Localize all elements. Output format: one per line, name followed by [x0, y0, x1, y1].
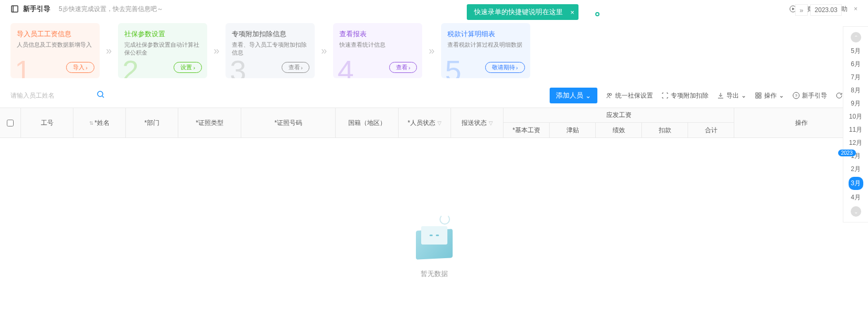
step-social: 社保参数设置 完成社保参数设置自动计算社保公积金 2 设置›	[118, 23, 207, 78]
step-title: 导入员工工资信息	[17, 29, 93, 39]
sidebar-year-label[interactable]: 2023.03	[810, 4, 842, 16]
step-title: 社保参数设置	[124, 29, 201, 39]
col-report[interactable]: 报送状态▽	[451, 108, 503, 137]
month-item[interactable]: 8月	[849, 84, 863, 97]
chevron-right-icon: »	[104, 45, 114, 57]
chevron-down-icon: ⌄	[779, 92, 784, 99]
table-header: 工号 ⇅*姓名 *部门 *证照类型 *证照号码 国籍（地区） *人员状态▽ 报送…	[0, 108, 868, 137]
svg-rect-12	[756, 96, 758, 98]
month-item[interactable]: 12月	[849, 136, 863, 150]
sort-icon: ⇅	[89, 120, 93, 126]
col-id[interactable]: 工号	[21, 108, 73, 137]
month-item[interactable]: 6月	[849, 58, 863, 71]
col-idno[interactable]: *证照号码	[241, 108, 336, 137]
close-icon[interactable]: ×	[570, 8, 574, 16]
svg-point-9	[609, 93, 612, 95]
social-settings-link[interactable]: 统一社保设置	[606, 91, 653, 100]
close-icon[interactable]: ×	[854, 5, 858, 13]
step-title: 专项附加扣除信息	[232, 29, 308, 39]
filter-icon[interactable]: ▽	[437, 120, 442, 126]
col-status[interactable]: *人员状态▽	[399, 108, 451, 137]
step-report: 查看报表 快速查看统计信息 4 查看›	[333, 23, 422, 78]
select-all-cell	[0, 108, 21, 137]
step-deduction: 专项附加扣除信息 查看、导入员工专项附加扣除信息 3 查看›	[226, 23, 315, 78]
empty-icon	[408, 217, 460, 264]
special-deduction-link[interactable]: 专项附加扣除	[661, 91, 709, 100]
step-number: 4	[337, 54, 353, 78]
month-item[interactable]: 5月	[849, 45, 863, 58]
banner-dot-icon	[595, 12, 599, 16]
select-all-checkbox[interactable]	[7, 120, 14, 126]
svg-line-7	[102, 96, 104, 98]
export-link[interactable]: 导出 ⌄	[717, 91, 746, 100]
empty-text: 暂无数据	[421, 269, 448, 279]
month-item[interactable]: 10月	[849, 110, 863, 123]
guide-link[interactable]: ? 新手引导	[792, 91, 827, 100]
chevron-down-icon: ⌄	[741, 92, 746, 99]
view-button[interactable]: 查看›	[282, 62, 310, 73]
month-item[interactable]: 9月	[849, 97, 863, 110]
view-button[interactable]: 查看›	[389, 62, 417, 73]
operate-link[interactable]: 操作 ⌄	[755, 91, 784, 100]
col-base[interactable]: *基本工资	[503, 123, 550, 137]
svg-point-8	[607, 93, 609, 95]
col-total[interactable]: 合计	[688, 123, 734, 137]
import-button[interactable]: 导入›	[66, 62, 94, 73]
step-number: 3	[230, 54, 246, 78]
month-item[interactable]: 4月	[849, 191, 863, 204]
col-name[interactable]: ⇅*姓名	[73, 108, 126, 137]
col-salary-group: 应发工资 *基本工资 津贴 绩效 扣款 合计	[503, 108, 734, 137]
chevron-right-icon: ›	[409, 65, 411, 71]
scan-icon	[661, 92, 669, 99]
svg-rect-13	[759, 96, 761, 98]
col-deduct[interactable]: 扣款	[642, 123, 688, 137]
toolbar: 添加人员 ⌄ 统一社保设置 专项附加扣除 导出 ⌄ 操作 ⌄ ? 新手引导 刷新	[0, 83, 868, 108]
col-nation[interactable]: 国籍（地区）	[336, 108, 399, 137]
col-idtype[interactable]: *证照类型	[178, 108, 241, 137]
chevron-right-icon: ›	[193, 65, 195, 71]
settings-button[interactable]: 设置›	[174, 62, 202, 73]
col-perf[interactable]: 绩效	[596, 123, 642, 137]
svg-text:?: ?	[795, 93, 798, 98]
svg-rect-10	[756, 93, 758, 95]
chevron-right-icon: »	[319, 45, 329, 57]
step-import: 导入员工工资信息 人员信息及工资数据新增导入 1 导入›	[10, 23, 100, 78]
header-left: 新手引导 5步快速完成设置，快去完善信息吧～	[10, 4, 163, 14]
guide-steps: 导入员工工资信息 人员信息及工资数据新增导入 1 导入› » 社保参数设置 完成…	[0, 18, 868, 83]
search-box	[10, 90, 105, 102]
scroll-down-button[interactable]: ⌄	[851, 206, 861, 217]
add-person-button[interactable]: 添加人员 ⌄	[550, 88, 597, 103]
step-desc: 快速查看统计信息	[339, 41, 416, 49]
step-number: 5	[445, 54, 462, 78]
col-dept[interactable]: *部门	[126, 108, 178, 137]
month-item[interactable]: 2月	[849, 163, 863, 176]
step-number: 1	[15, 54, 31, 78]
empty-state: 暂无数据	[0, 138, 868, 279]
banner-text: 快速录单的快捷键说明在这里	[474, 7, 563, 17]
search-icon[interactable]	[97, 90, 105, 100]
coming-soon-button[interactable]: 敬请期待›	[485, 62, 525, 73]
chevron-right-icon: »	[426, 45, 436, 57]
page-subtitle: 5步快速完成设置，快去完善信息吧～	[59, 5, 163, 14]
col-allow[interactable]: 津贴	[550, 123, 596, 137]
grid-icon	[755, 92, 762, 99]
question-icon: ?	[792, 92, 800, 99]
month-item[interactable]: 3月	[849, 177, 863, 190]
svg-rect-0	[12, 6, 18, 12]
scroll-up-button[interactable]: ⌃	[851, 32, 861, 43]
col-salary-label: 应发工资	[503, 108, 734, 123]
month-item[interactable]: 11月	[849, 123, 863, 136]
search-input[interactable]	[10, 90, 97, 101]
sidebar-collapse-button[interactable]: »	[795, 4, 808, 16]
filter-icon[interactable]: ▽	[489, 120, 493, 126]
hotkey-banner[interactable]: 快速录单的快捷键说明在这里 ×	[467, 4, 578, 20]
refresh-icon	[835, 92, 843, 99]
chevron-right-icon: »	[211, 45, 221, 57]
export-icon	[717, 92, 724, 99]
step-number: 2	[122, 54, 138, 78]
svg-point-6	[98, 91, 103, 97]
chevron-down-icon: ⌄	[585, 92, 591, 100]
book-icon	[10, 5, 19, 13]
year-badge: 2023	[838, 150, 856, 156]
month-item[interactable]: 7月	[849, 71, 863, 84]
